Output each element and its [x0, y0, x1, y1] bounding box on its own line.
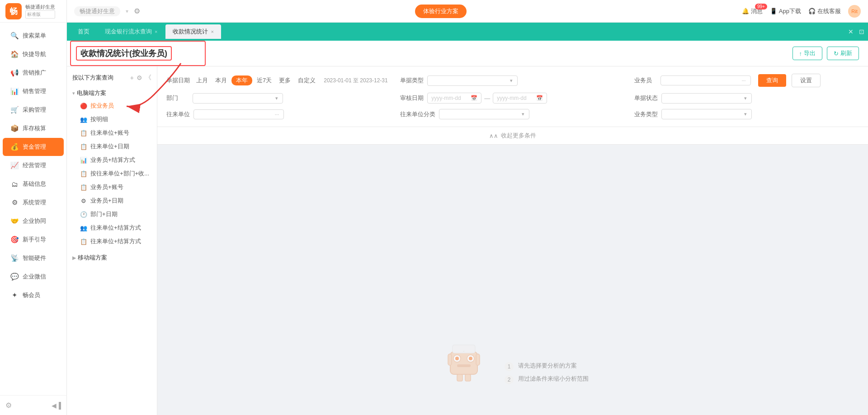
date-tab-last-month[interactable]: 上月: [193, 75, 211, 85]
message-badge: 99+: [755, 4, 767, 9]
mobile-group-header[interactable]: ▶ 移动端方案: [67, 252, 157, 264]
calendar-icon: 📅: [471, 95, 477, 101]
scheme-item-partner-date[interactable]: 📋 往来单位+日期: [67, 140, 157, 153]
collapse-more-bar[interactable]: ∧∧ 收起更多条件: [157, 127, 868, 145]
home-icon: 🏠: [10, 50, 19, 59]
sidebar-settings-icon[interactable]: ⚙: [5, 401, 12, 410]
page-header-actions: ↑ 导出 ↻ 刷新: [793, 47, 859, 60]
sidebar-item-label: 基础信息: [23, 180, 46, 188]
close-window-icon[interactable]: ✕: [848, 28, 854, 35]
sidebar-item-inventory[interactable]: 📦 库存核算: [3, 119, 64, 137]
scheme-item-label: 按往来单位+部门+收...: [90, 170, 149, 178]
more-icon: ···: [741, 78, 745, 83]
scheme-settings-icon[interactable]: ⚙: [137, 74, 142, 81]
scheme-item-partner-account[interactable]: 📋 往来单位+账号: [67, 126, 157, 140]
svg-rect-10: [453, 345, 475, 353]
scheme-item-dept-date[interactable]: 🕐 部门+日期: [67, 208, 157, 221]
top-header: 畅捷通好生意 ▾ ⚙ 体验行业方案 🔔 消息 99+ 📱 App下载 🎧 在线客…: [67, 0, 868, 23]
header-right: 🔔 消息 99+ 📱 App下载 🎧 在线客服 Rit: [742, 5, 861, 18]
tab-collection-label: 收款情况统计: [173, 28, 208, 36]
date-tab-7days[interactable]: 近7天: [254, 75, 274, 85]
date-tab-this-month[interactable]: 本月: [212, 75, 230, 85]
review-date-start[interactable]: yyyy-mm-dd 📅: [427, 93, 481, 104]
scheme-item-partner-settlement2[interactable]: 📋 往来单位+结算方式: [67, 235, 157, 248]
business-type-select[interactable]: ▾: [661, 109, 752, 119]
category-select[interactable]: ▾: [427, 75, 518, 86]
sidebar-item-vip[interactable]: ✦ 畅会员: [3, 286, 64, 304]
scheme-item-partner-dept[interactable]: 📋 按往来单位+部门+收...: [67, 167, 157, 180]
basic-icon: 🗂: [10, 179, 19, 189]
sidebar-collapse-icon[interactable]: ◀▐: [52, 402, 61, 409]
sidebar-item-purchase[interactable]: 🛒 采购管理: [3, 101, 64, 119]
scheme-detail-icon: 👥: [80, 115, 88, 123]
desktop-group-header[interactable]: ▾ 电脑端方案: [67, 87, 157, 99]
scheme-item-staff-account[interactable]: 📋 业务员+账号: [67, 180, 157, 194]
refresh-button[interactable]: ↻ 刷新: [827, 47, 859, 60]
svg-rect-6: [448, 354, 452, 365]
right-panel: 单据日期 上月 本月 本年 近7天 更多 自定义 2023-01-01 至 20…: [157, 66, 868, 415]
add-scheme-icon[interactable]: +: [130, 74, 134, 81]
maximize-window-icon[interactable]: ⊡: [859, 28, 864, 35]
scheme-item-label: 往来单位+账号: [90, 129, 129, 137]
export-button[interactable]: ↑ 导出: [793, 47, 823, 60]
date-tab-custom[interactable]: 自定义: [295, 75, 318, 85]
review-start-placeholder: yyyy-mm-dd: [431, 95, 461, 101]
tab-home-label: 首页: [78, 28, 90, 36]
scheme-item-staff-date[interactable]: ⚙ 业务员+日期: [67, 194, 157, 208]
header-settings-icon[interactable]: ⚙: [134, 7, 140, 15]
filter-review-date: 审核日期 yyyy-mm-dd 📅 — yyyy-mm-dd 📅: [400, 93, 625, 104]
partner-select[interactable]: ···: [193, 109, 284, 119]
sidebar-item-search[interactable]: 🔍 搜索菜单: [3, 27, 64, 45]
svg-point-3: [455, 357, 459, 360]
status-select[interactable]: ▾: [661, 93, 752, 104]
bell-icon: 🔔: [742, 8, 749, 14]
sidebar-item-sales[interactable]: 📊 销售管理: [3, 82, 64, 100]
scheme-item-partner-settlement1[interactable]: 👥 往来单位+结算方式: [67, 221, 157, 235]
partner-category-select[interactable]: ▾: [439, 109, 529, 119]
panel-header-label: 按以下方案查询: [72, 74, 113, 82]
scheme-item-staff-settlement[interactable]: 📊 业务员+结算方式: [67, 153, 157, 167]
tab-collection[interactable]: 收款情况统计 ×: [165, 24, 221, 39]
message-button[interactable]: 🔔 消息 99+: [742, 7, 763, 15]
page-container: 收款情况统计(按业务员) ↑ 导出 ↻ 刷新 按以下方案查询: [67, 41, 868, 415]
scheme-item-by-detail[interactable]: 👥 按明细: [67, 113, 157, 126]
tab-bank[interactable]: 现金银行流水查询 ×: [98, 24, 165, 39]
logo-icon: 畅: [5, 3, 22, 19]
tab-collection-close-icon[interactable]: ×: [211, 29, 213, 34]
sidebar-item-guide[interactable]: 🎯 新手引导: [3, 231, 64, 249]
marketing-icon: 📢: [10, 68, 19, 77]
sidebar-item-finance[interactable]: 💰 资金管理: [3, 138, 64, 156]
scheme-item-label: 往来单位+结算方式: [90, 224, 141, 232]
tab-bank-close-icon[interactable]: ×: [155, 29, 157, 34]
step-1-text: 请先选择要分析的方案: [518, 362, 577, 370]
query-button[interactable]: 查询: [758, 74, 786, 87]
scheme-pdept-icon: 📋: [80, 170, 88, 178]
online-service-button[interactable]: 🎧 在线客服: [808, 7, 841, 15]
sidebar-item-operations[interactable]: 📈 经营管理: [3, 156, 64, 174]
dept-label: 部门: [166, 94, 189, 102]
dept-select[interactable]: ▾: [193, 93, 283, 104]
scheme-item-by-staff[interactable]: 🔴 按业务员: [67, 99, 157, 113]
sidebar-item-system[interactable]: ⚙ 系统管理: [3, 193, 64, 212]
scheme-item-label: 业务员+账号: [90, 183, 123, 191]
date-tab-this-year[interactable]: 本年: [231, 75, 252, 85]
sidebar-item-wechat[interactable]: 💬 企业微信: [3, 268, 64, 286]
sidebar-item-quick-nav[interactable]: 🏠 快捷导航: [3, 45, 64, 63]
tab-home[interactable]: 首页: [71, 24, 97, 39]
collapse-panel-icon[interactable]: 《: [145, 74, 151, 82]
sidebar-item-marketing[interactable]: 📢 营销推广: [3, 64, 64, 82]
staff-select[interactable]: ···: [660, 75, 751, 85]
sidebar-item-basic[interactable]: 🗂 基础信息: [3, 175, 64, 193]
sidebar-item-enterprise[interactable]: 🤝 企业协同: [3, 212, 64, 230]
app-download-button[interactable]: 📱 App下载: [770, 7, 801, 15]
review-date-end[interactable]: yyyy-mm-dd 📅: [493, 93, 547, 104]
search-icon: 🔍: [10, 31, 19, 40]
mobile-group-label: 移动端方案: [78, 254, 107, 262]
settings-button[interactable]: 设置: [792, 74, 821, 87]
sidebar-item-hardware[interactable]: 📡 智能硬件: [3, 249, 64, 267]
date-tab-more[interactable]: 更多: [276, 75, 293, 85]
logo-text: 畅捷通好生意: [25, 4, 55, 10]
trial-button[interactable]: 体验行业方案: [415, 5, 467, 18]
user-avatar[interactable]: Rit: [848, 5, 861, 18]
scheme-ss-icon: 📊: [80, 156, 88, 164]
